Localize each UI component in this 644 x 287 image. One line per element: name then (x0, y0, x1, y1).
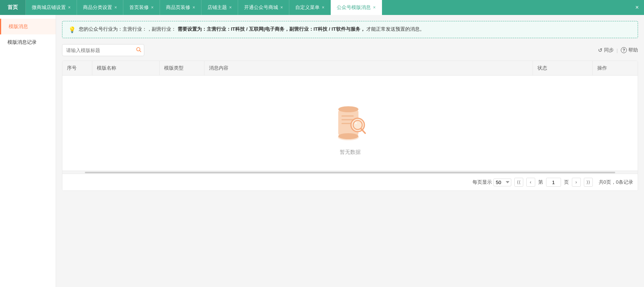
sidebar-item-label: 模版消息记录 (7, 39, 37, 45)
first-page-button[interactable]: ⟨⟨ (514, 178, 523, 187)
page-size-label: 每页显示 (472, 179, 492, 186)
total-label: 共0页，0条记录 (599, 179, 633, 186)
help-label: 帮助 (628, 47, 638, 54)
help-button[interactable]: ? 帮助 (621, 47, 638, 54)
sidebar-item-template[interactable]: 模版消息 (0, 19, 56, 34)
svg-point-5 (338, 133, 358, 139)
tab-template-msg[interactable]: 公众号模版消息 × (331, 0, 382, 15)
data-table: 序号 模版名称 模版类型 消息内容 状态 操作 (62, 61, 638, 191)
help-icon: ? (621, 47, 627, 53)
search-icon (136, 47, 141, 52)
search-wrapper (62, 44, 144, 56)
toolbar-right: ↺ 同步 | ? 帮助 (598, 47, 638, 54)
notice-highlight: 需要设置为：主营行业：IT科技 / 互联网|电子商务，副营行业：IT科技 / I… (178, 26, 365, 32)
tab-close-theme[interactable]: × (229, 5, 232, 10)
tab-store-theme[interactable]: 店铺主题 × (201, 0, 238, 15)
tab-category[interactable]: 商品分类设置 × (77, 0, 123, 15)
sidebar: 模版消息 模版消息记录 (0, 15, 56, 287)
tab-wechat-store[interactable]: 微商城店铺设置 × (26, 0, 77, 15)
search-button[interactable] (136, 47, 141, 54)
tab-label: 首页装修 (129, 4, 149, 11)
svg-point-4 (338, 106, 358, 112)
scroll-thumb (85, 172, 615, 173)
page-number-input[interactable] (546, 178, 561, 187)
prev-page-button[interactable]: ‹ (526, 178, 535, 187)
tab-close-template[interactable]: × (373, 5, 376, 10)
notice-prefix: 您的公众号行业为：主营行业：，副营行业： (79, 26, 176, 32)
main-layout: 模版消息 模版消息记录 💡 您的公众号行业为：主营行业：，副营行业： 需要设置为… (0, 15, 644, 287)
tab-home-label: 首页 (7, 4, 18, 11)
next-page-button[interactable]: › (572, 178, 581, 187)
sync-label: 同步 (604, 47, 614, 54)
tab-homepage-decor[interactable]: 首页装修 × (123, 0, 160, 15)
tab-bar: 首页 微商城店铺设置 × 商品分类设置 × 首页装修 × 商品页装修 × 店铺主… (0, 0, 644, 15)
last-page-button[interactable]: ⟩⟩ (584, 178, 593, 187)
pagination-bar: 每页显示 10 20 50 100 ⟨⟨ ‹ 第 页 › ⟩⟩ 共0页，0条记录 (62, 174, 638, 190)
tab-label: 公众号模版消息 (337, 4, 371, 11)
tab-custom-menu[interactable]: 自定义菜单 × (289, 0, 331, 15)
col-status: 状态 (533, 61, 593, 75)
svg-line-1 (140, 51, 141, 52)
sidebar-item-template-log[interactable]: 模版消息记录 (0, 34, 56, 50)
notice-text: 您的公众号行业为：主营行业：，副营行业： 需要设置为：主营行业：IT科技 / 互… (79, 26, 425, 33)
tab-close-custom-menu[interactable]: × (322, 5, 324, 10)
tab-close-homepage[interactable]: × (151, 5, 154, 10)
scroll-indicator[interactable] (62, 171, 638, 174)
tab-close-wechat-store[interactable]: × (68, 5, 71, 10)
search-bar: ↺ 同步 | ? 帮助 (62, 44, 638, 56)
sidebar-item-label: 模版消息 (9, 24, 28, 29)
tab-label: 商品分类设置 (83, 4, 112, 11)
empty-state: 暂无数据 (62, 76, 638, 171)
tab-label: 开通公众号商城 (244, 4, 278, 11)
empty-illustration (328, 98, 373, 143)
tab-open-mall[interactable]: 开通公众号商城 × (238, 0, 289, 15)
tab-product-decor[interactable]: 商品页装修 × (160, 0, 201, 15)
main-content: 💡 您的公众号行业为：主营行业：，副营行业： 需要设置为：主营行业：IT科技 /… (56, 15, 644, 287)
sync-icon: ↺ (598, 47, 603, 53)
page-suffix: 页 (564, 179, 569, 186)
page-size-select[interactable]: 10 20 50 100 (493, 178, 511, 186)
table-header: 序号 模版名称 模版类型 消息内容 状态 操作 (62, 61, 638, 76)
empty-text: 暂无数据 (340, 149, 361, 156)
page-size-wrapper: 每页显示 10 20 50 100 (472, 178, 511, 186)
tab-home[interactable]: 首页 (0, 0, 26, 15)
notice-suffix: 才能正常发送预置的消息。 (366, 26, 425, 32)
tab-close-mall[interactable]: × (280, 5, 283, 10)
tab-label: 商品页装修 (166, 4, 190, 11)
col-name: 模版名称 (92, 61, 160, 75)
tab-label: 自定义菜单 (295, 4, 320, 11)
window-close-button[interactable]: × (630, 4, 644, 11)
tab-close-product[interactable]: × (192, 5, 195, 10)
svg-point-12 (355, 122, 357, 124)
tab-close-category[interactable]: × (114, 5, 117, 10)
page-label: 第 (538, 179, 543, 186)
toolbar-divider: | (617, 48, 618, 53)
notice-icon: 💡 (68, 26, 76, 33)
col-type: 模版类型 (160, 61, 204, 75)
search-input[interactable] (62, 44, 144, 56)
col-action: 操作 (593, 61, 638, 75)
sync-button[interactable]: ↺ 同步 (598, 47, 614, 54)
col-index: 序号 (62, 61, 92, 75)
col-content: 消息内容 (204, 61, 533, 75)
tab-label: 微商城店铺设置 (32, 4, 66, 11)
tab-label: 店铺主题 (207, 4, 227, 11)
notice-box: 💡 您的公众号行业为：主营行业：，副营行业： 需要设置为：主营行业：IT科技 /… (62, 21, 638, 38)
